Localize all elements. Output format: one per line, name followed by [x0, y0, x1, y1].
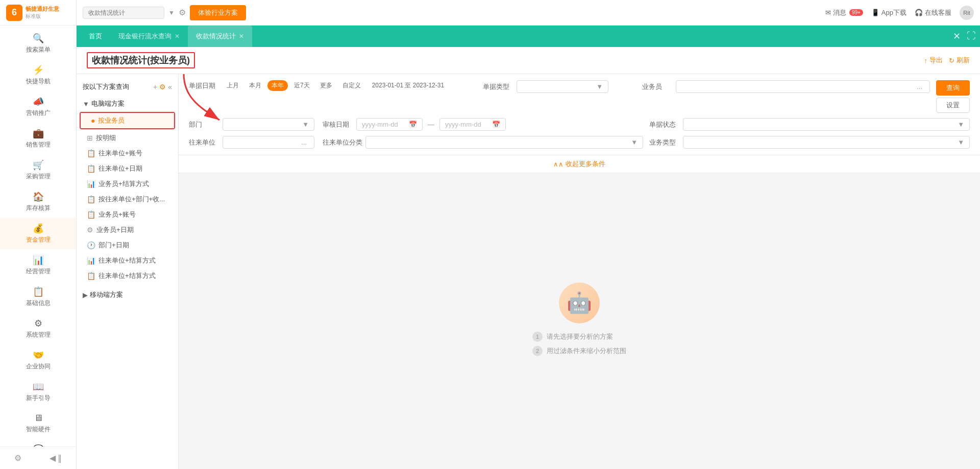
review-date-from-input[interactable]: yyyy-mm-dd 📅 — [356, 118, 423, 131]
sidebar-item-warehouse[interactable]: 🏠 库存核算 — [0, 186, 76, 218]
filter-area: 单据日期 上月 本月 本年 近7天 更多 自定义 2023-01-01 至 20… — [179, 74, 980, 155]
date-tab-last-month[interactable]: 上月 — [223, 80, 243, 91]
collapse-sidebar-icon[interactable]: ◀ ‖ — [50, 453, 62, 463]
tree-item-partner-account[interactable]: 📋 往来单位+账号 — [77, 146, 178, 161]
salesperson-select[interactable]: ... — [676, 80, 930, 93]
business-type-arrow-icon: ▼ — [958, 138, 964, 146]
detail-icon: ⊞ — [87, 134, 93, 142]
topbar-right: ✉ 消息 99+ 📱 App下载 🎧 在线客服 Rit — [825, 6, 974, 20]
date-tab-7days[interactable]: 近7天 — [290, 80, 314, 91]
breadcrumb-input[interactable] — [83, 7, 164, 19]
salesperson-dots[interactable]: ... — [917, 83, 922, 90]
settings-footer-icon[interactable]: ⚙ — [14, 453, 21, 463]
tree-item-partner-settlement1[interactable]: 📊 往来单位+结算方式 — [77, 253, 178, 268]
export-button[interactable]: ↑ 导出 — [924, 56, 943, 65]
tab-bank-flow[interactable]: 现金银行流水查询 ✕ — [110, 26, 188, 47]
tab-close-collection-stats[interactable]: ✕ — [239, 33, 244, 40]
partner-label: 往来单位 — [189, 138, 219, 147]
date-tab-more[interactable]: 更多 — [316, 80, 336, 91]
sidebar-item-purchase[interactable]: 🛒 采购管理 — [0, 154, 76, 186]
date-range-text: 2023-01-01 至 2023-12-31 — [372, 81, 444, 90]
sidebar-item-sales[interactable]: 💼 销售管理 — [0, 123, 76, 154]
sidebar-item-guide[interactable]: 📖 新手引导 — [0, 376, 76, 408]
voucher-status-select[interactable]: ▼ — [683, 118, 970, 131]
sidebar-label-quick-nav: 快捷导航 — [26, 77, 51, 86]
data-area: 🤖 1 请先选择要分析的方案 2 用过滤条件来缩小分析范围 — [179, 173, 980, 469]
date-tab-this-year[interactable]: 本年 — [267, 80, 288, 91]
left-panel: 按以下方案查询 + ⚙ « ▼ 电脑端方案 ● 按业务员 — [77, 74, 179, 469]
sidebar-item-smart-hw[interactable]: 🖥 智能硬件 — [0, 408, 76, 439]
date-tab-custom[interactable]: 自定义 — [338, 80, 365, 91]
empty-state: 🤖 1 请先选择要分析的方案 2 用过滤条件来缩小分析范围 — [532, 283, 626, 360]
refresh-button[interactable]: ↻ 刷新 — [949, 56, 970, 65]
dropdown-arrow-icon[interactable]: ▼ — [168, 9, 175, 16]
date-label: 单据日期 — [189, 81, 219, 90]
partner-dots[interactable]: ... — [301, 138, 307, 146]
sidebar-item-system[interactable]: ⚙ 系统管理 — [0, 313, 76, 344]
tab-collection-stats[interactable]: 收款情况统计 ✕ — [188, 26, 252, 47]
chevron-up-icon: ∧∧ — [553, 160, 564, 168]
smart-hw-icon: 🖥 — [34, 413, 43, 424]
business-type-select[interactable]: ▼ — [683, 136, 970, 149]
online-service-action[interactable]: 🎧 在线客服 — [915, 8, 951, 17]
voucher-status-label: 单据状态 — [649, 120, 680, 129]
business-type-label: 业务类型 — [649, 138, 680, 147]
sidebar-item-operation[interactable]: 📊 经营管理 — [0, 249, 76, 281]
sidebar-label-purchase: 采购管理 — [26, 172, 51, 181]
wechat-icon: 💬 — [33, 444, 44, 447]
tree-item-by-salesperson[interactable]: ● 按业务员 — [81, 113, 174, 128]
review-date-label: 审核日期 — [323, 120, 353, 129]
user-avatar[interactable]: Rit — [960, 6, 974, 20]
review-date-to-input[interactable]: yyyy-mm-dd 📅 — [439, 118, 506, 131]
tree-item-partner-dept-collect[interactable]: 📋 按往来单位+部门+收... — [77, 192, 178, 207]
sidebar-label-basic: 基础信息 — [26, 299, 51, 308]
page-title: 收款情况统计(按业务员) — [87, 52, 195, 68]
tree-item-by-detail[interactable]: ⊞ 按明细 — [77, 130, 178, 146]
tree-item-salesperson-account[interactable]: 📋 业务员+账号 — [77, 207, 178, 222]
panel-collapse-icon[interactable]: « — [168, 83, 172, 91]
message-action[interactable]: ✉ 消息 99+ — [825, 8, 863, 17]
message-icon: ✉ — [825, 9, 831, 16]
desktop-section-title[interactable]: ▼ 电脑端方案 — [77, 97, 178, 111]
tab-close-all-icon[interactable]: ✕ — [953, 31, 961, 42]
sidebar-item-enterprise[interactable]: 🤝 企业协同 — [0, 344, 76, 376]
partner-select[interactable]: ... — [223, 136, 314, 149]
panel-add-icon[interactable]: + — [153, 83, 157, 91]
content-area: 按以下方案查询 + ⚙ « ▼ 电脑端方案 ● 按业务员 — [77, 74, 980, 469]
topbar-gear-icon[interactable]: ⚙ — [179, 8, 186, 17]
sidebar-label-warehouse: 库存核算 — [26, 204, 51, 213]
salesperson-account-icon: 📋 — [87, 210, 95, 219]
mobile-section-title[interactable]: ▶ 移动端方案 — [77, 288, 178, 302]
date-tab-this-month[interactable]: 本月 — [245, 80, 265, 91]
partner-category-select[interactable]: ▼ — [365, 136, 643, 149]
tab-close-bank-flow[interactable]: ✕ — [175, 33, 180, 40]
operation-icon: 📊 — [33, 254, 44, 266]
tree-item-dept-date[interactable]: 🕐 部门+日期 — [77, 238, 178, 253]
app-download-action[interactable]: 📱 App下载 — [871, 8, 906, 17]
partner-account-icon: 📋 — [87, 149, 95, 157]
right-panel: 单据日期 上月 本月 本年 近7天 更多 自定义 2023-01-01 至 20… — [179, 74, 980, 469]
sidebar-item-quick-nav[interactable]: ⚡ 快捷导航 — [0, 59, 76, 91]
enterprise-icon: 🤝 — [33, 349, 44, 361]
trial-button[interactable]: 体验行业方案 — [190, 5, 246, 20]
tab-maximize-icon[interactable]: ⛶ — [967, 31, 976, 42]
tree-item-salesperson-settlement[interactable]: 📊 业务员+结算方式 — [77, 176, 178, 192]
panel-settings-icon[interactable]: ⚙ — [159, 83, 166, 91]
sidebar-item-search[interactable]: 🔍 搜索菜单 — [0, 28, 76, 59]
logo-area: 6 畅捷通好生意 标准版 — [0, 0, 76, 26]
settings-button[interactable]: 设置 — [936, 98, 970, 113]
tabbar-right: ✕ ⛶ — [953, 31, 976, 42]
salesperson-label: 业务员 — [642, 82, 673, 91]
sidebar-item-basic[interactable]: 📋 基础信息 — [0, 281, 76, 313]
tree-item-salesperson-date[interactable]: ⚙ 业务员+日期 — [77, 222, 178, 238]
sidebar-item-wechat[interactable]: 💬 企业微信 — [0, 439, 76, 447]
sidebar-item-marketing[interactable]: 📣 营销推广 — [0, 91, 76, 123]
query-button[interactable]: 查询 — [936, 80, 970, 96]
tab-home[interactable]: 首页 — [81, 26, 110, 47]
voucher-type-select[interactable]: ▼ — [517, 80, 608, 93]
tree-item-partner-date[interactable]: 📋 往来单位+日期 — [77, 161, 178, 176]
dept-select[interactable]: ▼ — [223, 118, 314, 131]
collapse-bar[interactable]: ∧∧ 收起更多条件 — [179, 155, 980, 173]
tree-item-partner-settlement2[interactable]: 📋 往来单位+结算方式 — [77, 268, 178, 284]
sidebar-item-finance[interactable]: 💰 资金管理 — [0, 218, 76, 249]
